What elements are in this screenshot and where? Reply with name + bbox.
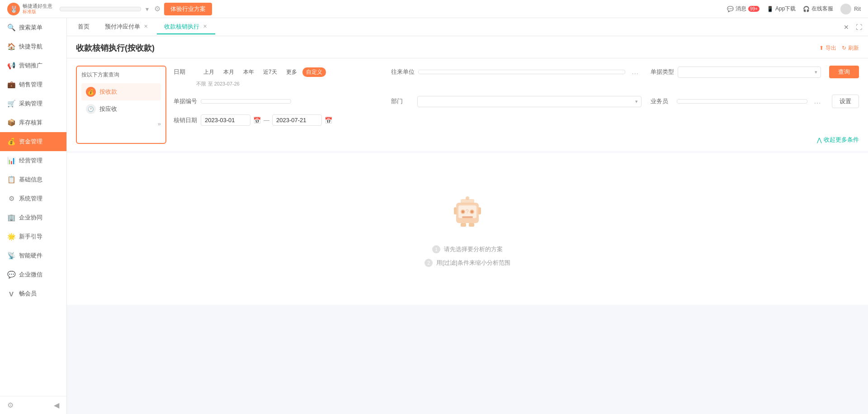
date-label: 日期 — [174, 68, 196, 76]
sidebar-item-quick-nav[interactable]: 🏠 快捷导航 — [0, 37, 66, 56]
filter-field-voucher-no: 单据编号 — [174, 97, 382, 105]
brand-name: 畅捷通好生意 标准版 — [23, 3, 52, 14]
tab-prepay-close-icon[interactable]: ✕ — [143, 23, 149, 30]
date-btn-last-month[interactable]: 上月 — [200, 67, 218, 77]
member-icon: V — [7, 290, 15, 298]
page-content: 收款核销执行(按收款) ⬆ 导出 ↻ 刷新 按以下方案查询 — [67, 36, 868, 414]
headset-icon: 🎧 — [803, 6, 810, 12]
staff-input[interactable] — [677, 99, 807, 104]
top-bar-actions: 💬 消息 99+ 📱 App下载 🎧 在线客服 Rit — [727, 4, 861, 14]
sidebar-item-enterprise[interactable]: 🏢 企业协同 — [0, 208, 66, 227]
voucher-type-select[interactable] — [678, 67, 821, 78]
filter-row-3: 核销日期 📅 — 📅 — [174, 114, 859, 126]
tab-bar: 首页 预付冲应付单 ✕ 收款核销执行 ✕ ✕ ⛶ — [67, 18, 868, 36]
filter-row-1: 日期 上月 本月 本年 近7天 更多 自定义 — [174, 66, 859, 78]
verify-date-start-input[interactable] — [201, 114, 250, 126]
sidebar-item-wechat[interactable]: 💬 企业微信 — [0, 265, 66, 284]
filter-field-dept: 部门 — [391, 96, 642, 107]
sidebar-item-inventory[interactable]: 📦 库存核算 — [0, 113, 66, 132]
filter-right-panel: 日期 上月 本月 本年 近7天 更多 自定义 — [174, 66, 859, 144]
voucher-no-label: 单据编号 — [174, 97, 197, 105]
main-layout: 🔍 搜索菜单 🏠 快捷导航 📢 营销推广 💼 销售管理 🛒 采购管理 📦 库存核… — [0, 18, 868, 414]
collapse-up-icon: ⋀ — [817, 137, 822, 143]
query-button[interactable]: 查询 — [829, 66, 859, 78]
online-service-button[interactable]: 🎧 在线客服 — [803, 5, 833, 13]
sidebar-item-sales[interactable]: 💼 销售管理 — [0, 75, 66, 94]
wechat-icon: 💬 — [7, 271, 15, 279]
sidebar-item-beginner[interactable]: 🌟 新手引导 — [0, 227, 66, 246]
voucher-no-input[interactable] — [201, 99, 291, 104]
sidebar: 🔍 搜索菜单 🏠 快捷导航 📢 营销推广 💼 销售管理 🛒 采购管理 📦 库存核… — [0, 18, 67, 414]
date-end-value: 2023-07-26 — [214, 81, 240, 86]
date-to-label: 至 — [208, 81, 214, 86]
top-bar: 🐰 畅捷通好生意 标准版 ▾ ⚙ 体验行业方案 💬 消息 99+ 📱 App下载… — [0, 0, 868, 18]
sidebar-item-marketing[interactable]: 📢 营销推广 — [0, 56, 66, 75]
tab-prepay[interactable]: 预付冲应付单 ✕ — [98, 20, 156, 34]
top-search-box[interactable] — [60, 7, 141, 11]
sidebar-item-business[interactable]: 📊 经营管理 — [0, 151, 66, 170]
sidebar-collapse-button[interactable]: ◀︎ — [54, 401, 59, 409]
empty-tip-2: 2 用[过滤]条件来缩小分析范围 — [425, 259, 510, 267]
logo-icon: 🐰 — [7, 3, 20, 15]
sidebar-item-purchase[interactable]: 🛒 采购管理 — [0, 94, 66, 113]
sidebar-item-member[interactable]: V 畅会员 — [0, 284, 66, 303]
setting-button[interactable]: 设置 — [832, 95, 859, 108]
tip-number-2: 2 — [425, 259, 433, 267]
filter-option-by-receivable[interactable]: 🕐 按应收 — [81, 100, 161, 118]
inventory-icon: 📦 — [7, 119, 15, 127]
date-nolimit-text: 不限 至 2023-07-26 — [174, 80, 859, 87]
svg-text:?: ? — [466, 209, 469, 215]
date-btn-custom[interactable]: 自定义 — [302, 67, 326, 77]
refresh-button[interactable]: ↻ 刷新 — [842, 44, 859, 52]
filter-option-by-receipt[interactable]: 💰 按收款 — [81, 83, 161, 100]
filter-panel-collapse-icon[interactable]: » — [158, 120, 161, 127]
sidebar-item-smart-hw[interactable]: 📡 智能硬件 — [0, 246, 66, 265]
verify-date-range: 📅 — 📅 — [201, 114, 332, 126]
calendar-start-icon[interactable]: 📅 — [253, 117, 261, 124]
message-button[interactable]: 💬 消息 99+ — [727, 5, 760, 13]
verify-date-label: 核销日期 — [174, 116, 197, 124]
dept-select[interactable] — [417, 96, 642, 107]
sidebar-item-system[interactable]: ⚙ 系统管理 — [0, 189, 66, 208]
dept-label: 部门 — [391, 97, 414, 105]
staff-more-icon[interactable]: … — [811, 96, 824, 106]
app-download-button[interactable]: 📱 App下载 — [767, 5, 796, 13]
svg-rect-6 — [462, 216, 473, 218]
dropdown-arrow-icon[interactable]: ▾ — [146, 5, 149, 13]
filter-field-date: 日期 上月 本月 本年 近7天 更多 自定义 — [174, 67, 382, 77]
tab-close-all-icon[interactable]: ✕ — [841, 22, 852, 33]
date-btn-7days[interactable]: 近7天 — [259, 67, 281, 77]
collapse-more-button[interactable]: ⋀ 收起更多条件 — [817, 136, 859, 144]
filter-field-staff: 业务员 … 设置 — [651, 95, 859, 108]
phone-icon: 📱 — [767, 6, 774, 12]
filter-row-2: 单据编号 部门 — [174, 95, 859, 108]
marketing-icon: 📢 — [7, 62, 15, 70]
calendar-end-icon[interactable]: 📅 — [325, 117, 332, 124]
export-button[interactable]: ⬆ 导出 — [819, 44, 836, 52]
system-icon: ⚙ — [7, 195, 15, 203]
sidebar-item-basic-info[interactable]: 📋 基础信息 — [0, 170, 66, 189]
filter-field-verify-date: 核销日期 📅 — 📅 — [174, 114, 859, 126]
date-btn-more[interactable]: 更多 — [283, 67, 301, 77]
date-btn-this-year[interactable]: 本年 — [240, 67, 258, 77]
settings-bottom-icon[interactable]: ⚙ — [7, 401, 14, 409]
counterpart-input[interactable] — [418, 70, 625, 74]
user-area[interactable]: Rit — [840, 4, 861, 14]
message-icon: 💬 — [727, 6, 734, 12]
sidebar-item-finance[interactable]: 💰 资金管理 — [0, 132, 66, 151]
filter-left-title: 按以下方案查询 — [81, 71, 161, 79]
smart-hw-icon: 📡 — [7, 252, 15, 260]
basic-info-icon: 📋 — [7, 176, 15, 184]
counterpart-more-icon[interactable]: … — [629, 67, 642, 77]
empty-illustration: ? — [445, 189, 490, 234]
settings-gear-icon[interactable]: ⚙ — [154, 5, 160, 13]
date-btn-this-month[interactable]: 本月 — [220, 67, 238, 77]
industry-solution-button[interactable]: 体验行业方案 — [164, 3, 212, 15]
tab-receipt-verify[interactable]: 收款核销执行 ✕ — [157, 20, 215, 34]
tab-receipt-verify-close-icon[interactable]: ✕ — [202, 23, 208, 30]
tab-expand-icon[interactable]: ⛶ — [854, 22, 864, 33]
verify-date-end-input[interactable] — [272, 114, 322, 126]
tab-home[interactable]: 首页 — [71, 20, 97, 34]
refresh-icon: ↻ — [842, 45, 846, 51]
sidebar-item-search-menu[interactable]: 🔍 搜索菜单 — [0, 18, 66, 37]
